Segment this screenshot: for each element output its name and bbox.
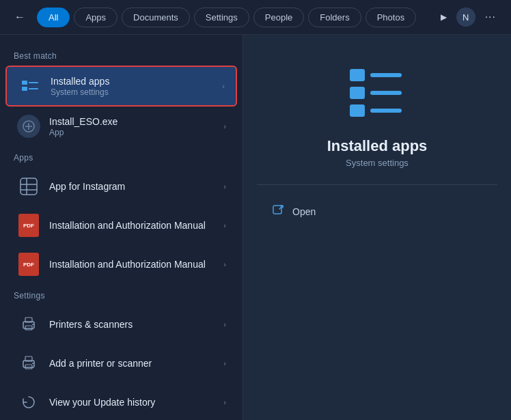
install-manual-1-title: Installation and Authorization Manual [49, 220, 218, 231]
install-manual-1-text: Installation and Authorization Manual [49, 220, 218, 231]
install-manual-2-item[interactable]: PDF Installation and Authorization Manua… [5, 245, 237, 283]
install-manual-2-text: Installation and Authorization Manual [49, 259, 218, 270]
update-history-text: View your Update history [49, 397, 218, 408]
svg-rect-21 [350, 87, 365, 99]
install-manual-2-chevron: › [223, 260, 226, 268]
svg-rect-24 [370, 109, 402, 113]
tab-photos[interactable]: Photos [365, 8, 416, 27]
installed-apps-icon [18, 74, 42, 98]
svg-rect-3 [29, 88, 38, 89]
svg-rect-19 [350, 69, 365, 81]
detail-title: Installed apps [327, 137, 428, 155]
tab-all[interactable]: All [37, 8, 70, 27]
svg-point-14 [32, 324, 33, 325]
install-eso-icon [16, 114, 41, 139]
best-match-label: Best match [0, 44, 243, 65]
install-eso-item[interactable]: Install_ESO.exe App › [5, 107, 237, 145]
left-panel: Best match Installed apps System setting… [0, 35, 243, 420]
tab-apps[interactable]: Apps [74, 8, 118, 27]
best-match-chevron: › [222, 82, 225, 90]
best-match-subtitle: System settings [51, 87, 217, 97]
play-icon[interactable]: ▶ [435, 10, 452, 25]
pdf-icon-1: PDF [16, 213, 41, 238]
settings-section-label: Settings [0, 284, 243, 305]
best-match-text: Installed apps System settings [51, 76, 217, 97]
svg-rect-20 [370, 73, 402, 77]
svg-rect-22 [370, 91, 402, 95]
open-icon [272, 204, 284, 219]
add-printer-text: Add a printer or scanner [49, 358, 218, 369]
avatar[interactable]: N [456, 8, 475, 27]
svg-rect-0 [22, 81, 27, 85]
top-nav: ← All Apps Documents Settings People Fol… [0, 0, 511, 35]
printers-scanners-title: Printers & scanners [49, 319, 218, 330]
more-menu-button[interactable]: ··· [480, 8, 501, 26]
right-panel: Installed apps System settings Open [243, 35, 511, 420]
svg-rect-25 [273, 206, 281, 214]
detail-icon-area [343, 62, 411, 124]
install-manual-2-title: Installation and Authorization Manual [49, 259, 218, 270]
svg-point-18 [32, 363, 33, 364]
svg-rect-12 [25, 326, 32, 330]
add-printer-chevron: › [223, 359, 226, 367]
apps-section-label: Apps [0, 146, 243, 167]
svg-rect-1 [29, 82, 38, 83]
printers-scanners-item[interactable]: Printers & scanners › [5, 305, 237, 344]
install-manual-1-item[interactable]: PDF Installation and Authorization Manua… [5, 206, 237, 244]
app-instagram-text: App for Instagram [49, 181, 218, 192]
tab-settings[interactable]: Settings [194, 8, 249, 27]
tab-folders[interactable]: Folders [308, 8, 361, 27]
svg-rect-16 [25, 365, 32, 369]
back-button[interactable]: ← [10, 7, 30, 27]
add-printer-item[interactable]: Add a printer or scanner › [5, 344, 237, 382]
main-content: Best match Installed apps System setting… [0, 35, 511, 420]
tab-documents[interactable]: Documents [122, 8, 190, 27]
svg-rect-7 [20, 178, 37, 195]
app-instagram-item[interactable]: App for Instagram › [5, 167, 237, 206]
update-history-title: View your Update history [49, 397, 218, 408]
install-eso-subtitle: App [49, 128, 218, 137]
detail-subtitle: System settings [346, 158, 409, 168]
update-history-item[interactable]: View your Update history › [5, 383, 237, 420]
printers-scanners-text: Printers & scanners [49, 319, 218, 330]
install-eso-text: Install_ESO.exe App [49, 116, 218, 137]
best-match-item[interactable]: Installed apps System settings › [5, 66, 237, 107]
app-instagram-title: App for Instagram [49, 181, 218, 192]
update-history-icon [16, 390, 41, 415]
update-history-chevron: › [223, 398, 226, 406]
add-printer-title: Add a printer or scanner [49, 358, 218, 369]
svg-rect-2 [22, 87, 27, 91]
install-manual-1-chevron: › [223, 221, 226, 229]
open-action[interactable]: Open [264, 197, 491, 226]
install-eso-chevron: › [223, 122, 226, 130]
install-eso-title: Install_ESO.exe [49, 116, 218, 127]
app-instagram-chevron: › [223, 182, 226, 191]
tab-people[interactable]: People [253, 8, 304, 27]
printers-scanners-chevron: › [223, 320, 226, 328]
svg-rect-23 [350, 104, 365, 117]
back-icon: ← [14, 11, 25, 23]
printer-icon [16, 312, 41, 337]
best-match-title: Installed apps [51, 76, 217, 87]
pdf-icon-2: PDF [16, 252, 41, 277]
instagram-icon [16, 174, 41, 199]
open-label: Open [292, 206, 316, 217]
detail-actions: Open [257, 197, 497, 226]
add-printer-icon [16, 351, 41, 376]
detail-divider [257, 184, 497, 185]
